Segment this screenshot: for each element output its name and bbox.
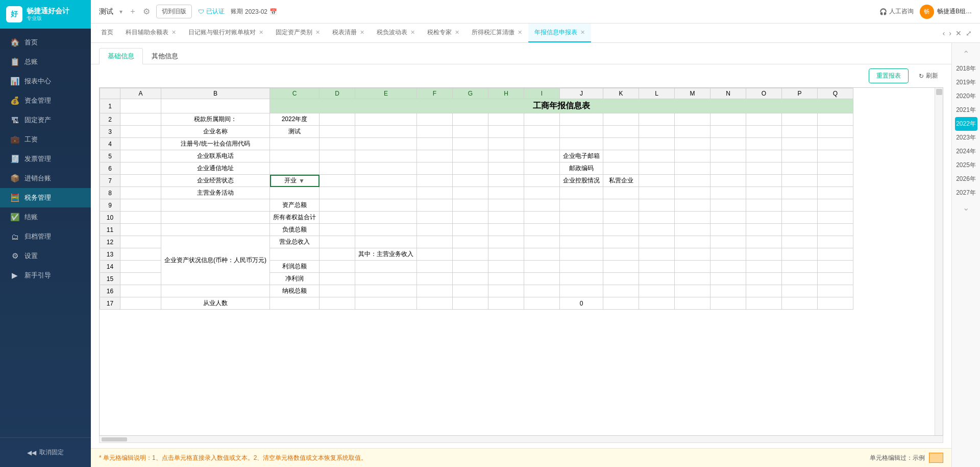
year-btn-2023年[interactable]: 2023年 — [955, 131, 977, 145]
sidebar-item-总账[interactable]: 📋 总账 — [0, 52, 91, 72]
cell-2-7[interactable] — [453, 113, 488, 126]
cell-2-12[interactable] — [639, 113, 675, 126]
cell-16-5[interactable] — [355, 285, 417, 297]
cell-3-6[interactable] — [417, 126, 453, 138]
cell-11-7[interactable] — [453, 224, 488, 236]
collapse-btn[interactable]: ◀◀ 取消固定 — [0, 443, 91, 462]
cell-13-16[interactable] — [782, 248, 818, 261]
cell-12-10[interactable] — [560, 236, 603, 248]
cell-11-12[interactable] — [639, 224, 675, 236]
cell-12-7[interactable] — [453, 236, 488, 248]
cell-3-16[interactable] — [782, 126, 818, 138]
cell-15-10[interactable] — [560, 273, 603, 285]
cell-9-11[interactable] — [603, 199, 639, 212]
topbar-settings-btn[interactable]: ⚙ — [143, 7, 150, 16]
cell-12-3[interactable]: 营业总收入 — [270, 236, 320, 248]
tab-3[interactable]: 固定资产类别✕ — [270, 24, 326, 42]
cell-12-16[interactable] — [782, 236, 818, 248]
cell-6-10[interactable]: 邮政编码 — [560, 162, 603, 175]
cell-3-5[interactable] — [355, 126, 417, 138]
cell-9-17[interactable] — [818, 199, 853, 212]
tab-5[interactable]: 税负波动表✕ — [371, 24, 421, 42]
cell-6-9[interactable] — [524, 162, 560, 175]
cell-13-6[interactable] — [417, 248, 453, 261]
sidebar-item-设置[interactable]: ⚙ 设置 — [0, 246, 91, 266]
cell-16-16[interactable] — [782, 285, 818, 297]
year-btn-2024年[interactable]: 2024年 — [955, 145, 977, 158]
year-btn-2018年[interactable]: 2018年 — [955, 62, 977, 76]
cell-3-12[interactable] — [639, 126, 675, 138]
cell-12-12[interactable] — [639, 236, 675, 248]
cell-14-11[interactable] — [603, 261, 639, 273]
switch-old-btn[interactable]: 切到旧版 — [156, 5, 192, 18]
cell-5-6[interactable] — [417, 150, 453, 162]
cell-11-9[interactable] — [524, 224, 560, 236]
cell-17-2[interactable]: 从业人数 — [161, 297, 270, 310]
cell-12-5[interactable] — [355, 236, 417, 248]
cell-11-13[interactable] — [675, 224, 710, 236]
tab-2[interactable]: 日记账与银行对账单核对✕ — [182, 24, 270, 42]
cell-2-13[interactable] — [675, 113, 710, 126]
cell-4-9[interactable] — [524, 138, 560, 150]
cell-8-5[interactable] — [355, 187, 417, 199]
sidebar-item-新手引导[interactable]: ▶ 新手引导 — [0, 266, 91, 285]
inner-tab-0[interactable]: 基础信息 — [99, 48, 143, 64]
cell-8-2[interactable]: 主营业务活动 — [161, 187, 270, 199]
cell-17-5[interactable] — [355, 297, 417, 310]
cell-10-15[interactable] — [746, 212, 782, 224]
cell-2-9[interactable] — [524, 113, 560, 126]
cell-6-1[interactable] — [120, 162, 161, 175]
cell-7-13[interactable] — [675, 175, 710, 187]
cell-14-14[interactable] — [710, 261, 746, 273]
cell-9-6[interactable] — [417, 199, 453, 212]
cell-17-10[interactable]: 0 — [560, 297, 603, 310]
cell-9-4[interactable] — [320, 199, 355, 212]
cell-4-11[interactable] — [603, 138, 639, 150]
cell-13-5[interactable]: 其中：主营业务收入 — [355, 248, 417, 261]
cell-10-2[interactable] — [161, 212, 270, 224]
cell-16-2[interactable] — [161, 285, 270, 297]
cell-6-15[interactable] — [746, 162, 782, 175]
cell-11-6[interactable] — [417, 224, 453, 236]
cell-13-10[interactable] — [560, 248, 603, 261]
topbar-add-btn[interactable]: ＋ — [129, 6, 137, 17]
cell-14-6[interactable] — [417, 261, 453, 273]
cell-15-4[interactable] — [320, 273, 355, 285]
cell-5-14[interactable] — [710, 150, 746, 162]
cell-9-14[interactable] — [710, 199, 746, 212]
cell-7-7[interactable] — [453, 175, 488, 187]
cell-10-13[interactable] — [675, 212, 710, 224]
cell-4-7[interactable] — [453, 138, 488, 150]
cell-15-7[interactable] — [453, 273, 488, 285]
cell-13-14[interactable] — [710, 248, 746, 261]
tab-6[interactable]: 税检专家✕ — [421, 24, 465, 42]
cell-2-10[interactable] — [560, 113, 603, 126]
tab-close-6[interactable]: ✕ — [455, 29, 459, 36]
cell-8-6[interactable] — [417, 187, 453, 199]
cell-5-3[interactable] — [270, 150, 320, 162]
cell-9-13[interactable] — [675, 199, 710, 212]
cell-7-2[interactable]: 企业经营状态 — [161, 175, 270, 187]
cell-12-4[interactable] — [320, 236, 355, 248]
cell-7-4[interactable] — [320, 175, 355, 187]
cell-14-17[interactable] — [818, 261, 853, 273]
cell-5-16[interactable] — [782, 150, 818, 162]
cell-8-11[interactable] — [603, 187, 639, 199]
sidebar-item-固定资产[interactable]: 🏗 固定资产 — [0, 110, 91, 130]
cell-16-12[interactable] — [639, 285, 675, 297]
cell-14-9[interactable] — [524, 261, 560, 273]
cell-3-1[interactable] — [120, 126, 161, 138]
cell-4-12[interactable] — [639, 138, 675, 150]
cell-17-11[interactable] — [603, 297, 639, 310]
cell-12-8[interactable] — [488, 236, 524, 248]
cell-7-9[interactable] — [524, 175, 560, 187]
year-btn-2020年[interactable]: 2020年 — [955, 89, 977, 103]
cell-15-11[interactable] — [603, 273, 639, 285]
cell-14-4[interactable] — [320, 261, 355, 273]
cell-13-1[interactable] — [120, 248, 161, 261]
cell-10-8[interactable] — [488, 212, 524, 224]
cell-5-13[interactable] — [675, 150, 710, 162]
cell-12-17[interactable] — [818, 236, 853, 248]
tab-close-2[interactable]: ✕ — [259, 29, 263, 36]
year-btn-2019年[interactable]: 2019年 — [955, 76, 977, 89]
